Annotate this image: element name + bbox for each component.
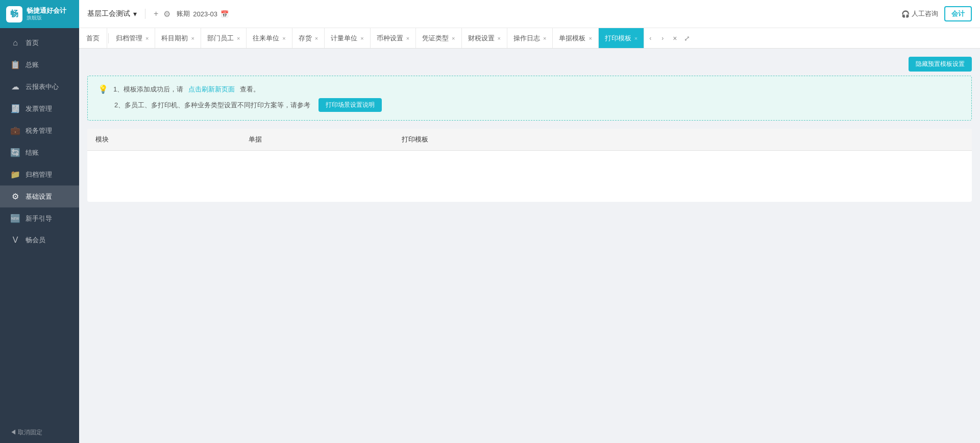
- sidebar-item-guide[interactable]: 🆕 新手引导: [0, 207, 79, 229]
- notice-row-1: 💡 1、模板添加成功后，请 点击刷新新页面 查看。: [98, 84, 961, 94]
- sidebar-item-checkout[interactable]: 🔄 结账: [0, 142, 79, 164]
- add-tab-icon[interactable]: +: [154, 9, 158, 18]
- tab-close-inventory[interactable]: ×: [315, 35, 318, 41]
- tab-close-print_template[interactable]: ×: [634, 35, 638, 41]
- sidebar: 畅 畅捷通好会计 旗舰版 ⌂ 首页 📋 总账 ☁ 云报表中心 🧾 发票管理 💼 …: [0, 0, 79, 443]
- sidebar-item-settings[interactable]: ⚙ 基础设置: [0, 185, 79, 207]
- tab-subjects[interactable]: 科目期初×: [155, 28, 201, 48]
- tab-label-subjects: 科目期初: [161, 34, 188, 43]
- archive-label: 归档管理: [26, 170, 52, 179]
- tab-close-departments[interactable]: ×: [237, 35, 240, 41]
- tab-units[interactable]: 计量单位×: [325, 28, 370, 48]
- settings-icon[interactable]: ⚙: [163, 9, 170, 19]
- bulb-icon: 💡: [98, 84, 108, 94]
- headset-icon: 🎧: [901, 10, 910, 18]
- home-label: 首页: [26, 38, 39, 48]
- tab-label-contacts: 往来单位: [253, 34, 279, 43]
- tab-tax_settings[interactable]: 财税设置×: [462, 28, 507, 48]
- tab-close-tax_settings[interactable]: ×: [498, 35, 501, 41]
- tab-print_template[interactable]: 打印模板×: [599, 28, 644, 48]
- tab-close-all-button[interactable]: ×: [669, 28, 681, 48]
- tab-label-operation_log: 操作日志: [513, 34, 540, 43]
- notice-line1-suffix: 查看。: [240, 85, 260, 94]
- table-header: 模块 单据 打印模板: [87, 129, 972, 151]
- member-icon: V: [10, 236, 20, 245]
- sidebar-item-reports[interactable]: ☁ 云报表中心: [0, 76, 79, 98]
- tab-close-units[interactable]: ×: [360, 35, 363, 41]
- sidebar-nav: ⌂ 首页 📋 总账 ☁ 云报表中心 🧾 发票管理 💼 税务管理 🔄 结账 📁 归…: [0, 28, 79, 422]
- tab-contacts[interactable]: 往来单位×: [247, 28, 292, 48]
- account-button[interactable]: 会计: [944, 6, 972, 21]
- sidebar-item-tax[interactable]: 💼 税务管理: [0, 120, 79, 142]
- sidebar-logo: 畅 畅捷通好会计 旗舰版: [0, 0, 79, 28]
- tabbar: 首页归档管理×科目期初×部门员工×往来单位×存货×计量单位×币种设置×凭证类型×…: [79, 28, 980, 49]
- tab-operation_log[interactable]: 操作日志×: [507, 28, 553, 48]
- tab-label-inventory: 存货: [299, 34, 312, 43]
- print-scene-button[interactable]: 打印场景设置说明: [318, 98, 382, 112]
- ledger-icon: 📋: [10, 60, 20, 69]
- customer-service-button[interactable]: 🎧 人工咨询: [901, 9, 938, 18]
- tab-prev-button[interactable]: ‹: [644, 28, 656, 48]
- guide-icon: 🆕: [10, 214, 20, 223]
- content-area: 隐藏预置模板设置 💡 1、模板添加成功后，请 点击刷新新页面 查看。 2、多员工…: [79, 49, 980, 443]
- tab-close-voucher_type[interactable]: ×: [452, 35, 455, 41]
- topbar-right: 🎧 人工咨询 会计: [901, 6, 972, 21]
- sidebar-item-member[interactable]: V 畅会员: [0, 229, 79, 251]
- notice-line1-prefix: 1、模板添加成功后，请: [113, 85, 183, 94]
- tab-close-single_form[interactable]: ×: [589, 35, 592, 41]
- sidebar-item-home[interactable]: ⌂ 首页: [0, 32, 79, 54]
- tab-label-departments: 部门员工: [207, 34, 234, 43]
- tab-label-archive: 归档管理: [116, 34, 142, 43]
- tax-icon: 💼: [10, 126, 20, 135]
- topbar-divider: [145, 9, 145, 19]
- tab-label-single_form: 单据模板: [559, 34, 585, 43]
- ledger-label: 总账: [26, 60, 39, 69]
- tax-label: 税务管理: [26, 126, 52, 135]
- tab-label-voucher_type: 凭证类型: [422, 34, 449, 43]
- period-selector[interactable]: 账期 2023-03 📅: [177, 9, 229, 18]
- chevron-down-icon[interactable]: ▾: [133, 10, 137, 18]
- tab-departments[interactable]: 部门员工×: [201, 28, 247, 48]
- settings-icon: ⚙: [10, 192, 20, 201]
- checkout-label: 结账: [26, 148, 39, 157]
- refresh-link[interactable]: 点击刷新新页面: [188, 85, 235, 94]
- topbar: 基层工会测试 ▾ + ⚙ 账期 2023-03 📅 🎧 人工咨询 会计: [79, 0, 980, 28]
- period-label: 账期: [177, 9, 190, 18]
- tab-close-currency[interactable]: ×: [406, 35, 409, 41]
- notice-line2-prefix: 2、多员工、多打印机、多种业务类型设置不同打印方案等，请参考: [114, 101, 310, 110]
- tab-label-currency: 币种设置: [377, 34, 403, 43]
- company-selector[interactable]: 基层工会测试 ▾: [87, 9, 137, 18]
- sidebar-item-archive[interactable]: 📁 归档管理: [0, 164, 79, 185]
- main-area: 基层工会测试 ▾ + ⚙ 账期 2023-03 📅 🎧 人工咨询 会计 首页归档…: [79, 0, 980, 443]
- tab-label-tax_settings: 财税设置: [468, 34, 495, 43]
- tab-close-operation_log[interactable]: ×: [543, 35, 546, 41]
- notice-box: 💡 1、模板添加成功后，请 点击刷新新页面 查看。 2、多员工、多打印机、多种业…: [87, 76, 972, 121]
- tab-close-contacts[interactable]: ×: [282, 35, 285, 41]
- tab-close-subjects[interactable]: ×: [191, 35, 194, 41]
- invoice-label: 发票管理: [26, 104, 52, 113]
- company-name: 基层工会测试: [87, 9, 130, 18]
- sidebar-item-ledger[interactable]: 📋 总账: [0, 54, 79, 76]
- reports-label: 云报表中心: [26, 82, 59, 91]
- table-body: [87, 151, 972, 202]
- invoice-icon: 🧾: [10, 104, 20, 113]
- sidebar-item-invoice[interactable]: 🧾 发票管理: [0, 98, 79, 120]
- tab-archive[interactable]: 归档管理×: [110, 28, 155, 48]
- tab-next-button[interactable]: ›: [656, 28, 669, 48]
- print-template-table: 模块 单据 打印模板: [87, 129, 972, 202]
- col-template: 打印模板: [394, 129, 972, 150]
- tab-currency[interactable]: 币种设置×: [371, 28, 416, 48]
- tab-voucher_type[interactable]: 凭证类型×: [416, 28, 461, 48]
- hide-preview-button[interactable]: 隐藏预置模板设置: [909, 57, 972, 72]
- tab-single_form[interactable]: 单据模板×: [553, 28, 598, 48]
- sidebar-unpin-button[interactable]: ◀ 取消固定: [0, 422, 79, 443]
- tab-home[interactable]: 首页: [79, 28, 107, 48]
- logo-text: 畅捷通好会计 旗舰版: [27, 7, 66, 22]
- tab-expand-button[interactable]: ⤢: [681, 28, 693, 48]
- tab-close-archive[interactable]: ×: [145, 35, 149, 41]
- tab-inventory[interactable]: 存货×: [292, 28, 325, 48]
- col-module: 模块: [87, 129, 240, 150]
- logo-icon: 畅: [6, 6, 22, 22]
- reports-icon: ☁: [10, 82, 20, 91]
- calendar-icon[interactable]: 📅: [220, 10, 229, 18]
